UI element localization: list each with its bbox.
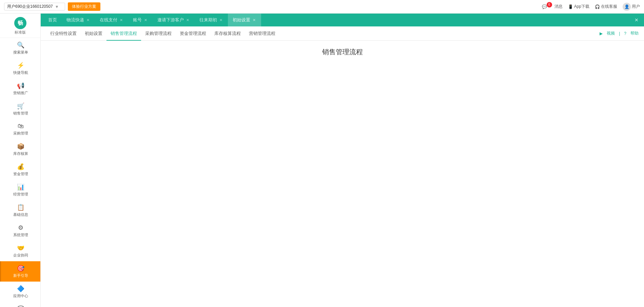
sub-tab-item-3[interactable]: 采购管理流程	[141, 26, 176, 41]
sidebar-logo: 畅 标准版	[0, 14, 40, 38]
sidebar-icon-13: 💬	[17, 305, 24, 307]
sidebar-icon-12: 🔷	[17, 285, 24, 292]
sidebar-icon-2: 📢	[17, 82, 24, 89]
tab-item-4[interactable]: 邀请下游客户✕	[153, 14, 195, 26]
sub-tab-label-6: 营销管理流程	[249, 30, 275, 37]
tab-label-3: 账号	[133, 17, 142, 23]
sidebar-icon-6: 💰	[17, 163, 24, 170]
sub-tab-item-6[interactable]: 营销管理流程	[245, 26, 279, 41]
sidebar-icon-3: 🛒	[17, 102, 24, 110]
tab-label-5: 往来期初	[199, 17, 217, 23]
sidebar-icon-1: ⚡	[17, 62, 24, 69]
app-download-label: App下载	[574, 4, 589, 9]
logo-subtext: 标准版	[15, 30, 26, 35]
online-service-item[interactable]: 🎧 在线客服	[595, 4, 617, 9]
page-title: 销售管理流程	[47, 47, 637, 57]
sidebar-item-9[interactable]: ⚙ 系统管理	[0, 221, 40, 241]
sub-tab-label-1: 初始设置	[85, 30, 102, 37]
sidebar-item-6[interactable]: 💰 资金管理	[0, 160, 40, 180]
sidebar: 畅 标准版 🔍 搜索菜单 ⚡ 快捷导航 📢 营销推广 🛒 销售管理 🛍 采购管理…	[0, 14, 41, 307]
header-left: 用户690企业1660120507 ▼ 体验行业方案	[4, 2, 100, 11]
user-selector[interactable]: 用户690企业1660120507 ▼	[4, 3, 65, 11]
tab-item-3[interactable]: 账号✕	[128, 14, 153, 26]
sidebar-item-5[interactable]: 📦 库存核算	[0, 139, 40, 160]
dropdown-arrow-icon: ▼	[55, 4, 59, 9]
sidebar-label-7: 经营管理	[13, 192, 28, 197]
sidebar-item-8[interactable]: 📋 基础信息	[0, 200, 40, 221]
message-badge: 6	[547, 2, 552, 7]
sub-tab-item-1[interactable]: 初始设置	[81, 26, 106, 41]
online-service-label: 在线客服	[601, 4, 617, 9]
tab-bar-close-icon[interactable]: ✕	[632, 17, 641, 23]
tab-item-0[interactable]: 首页	[43, 14, 62, 26]
sidebar-icon-0: 🔍	[17, 41, 24, 49]
video-icon: ▶	[600, 31, 603, 36]
avatar: 👤	[623, 3, 631, 11]
message-item[interactable]: 💬 6 消息	[542, 4, 563, 9]
trial-button[interactable]: 体验行业方案	[68, 2, 100, 11]
sidebar-item-0[interactable]: 🔍 搜索菜单	[0, 38, 40, 58]
sidebar-label-2: 营销推广	[13, 90, 28, 96]
sidebar-icon-8: 📋	[17, 204, 24, 211]
sub-tab-label-3: 采购管理流程	[145, 30, 172, 37]
sidebar-item-1[interactable]: ⚡ 快捷导航	[0, 58, 40, 79]
sub-tab-label-4: 资金管理流程	[180, 30, 206, 37]
sub-tab-item-0[interactable]: 行业特性设置	[46, 26, 81, 41]
tab-label-6: 初始设置	[233, 17, 250, 23]
tab-label-2: 在线支付	[100, 17, 117, 23]
tab-label-1: 物流快递	[66, 17, 84, 23]
tab-close-3[interactable]: ✕	[143, 18, 148, 22]
online-service-icon: 🎧	[595, 4, 600, 9]
sidebar-item-12[interactable]: 🔷 应用中心	[0, 282, 40, 302]
tab-label-4: 邀请下游客户	[157, 17, 184, 23]
tab-item-2[interactable]: 在线支付✕	[95, 14, 128, 26]
app-download-icon: 📱	[568, 4, 573, 9]
sidebar-item-10[interactable]: 🤝 企业协同	[0, 241, 40, 261]
tab-item-6[interactable]: 初始设置✕	[228, 14, 261, 26]
app-download-item[interactable]: 📱 App下载	[568, 4, 589, 9]
sidebar-label-3: 销售管理	[13, 111, 28, 116]
sidebar-label-11: 新手引导	[13, 273, 28, 278]
tab-bar: 首页物流快递✕在线支付✕账号✕邀请下游客户✕往来期初✕初始设置✕✕	[41, 14, 644, 26]
sub-tab-label-2: 销售管理流程	[111, 30, 137, 37]
logo-icon: 畅	[14, 17, 26, 29]
tab-close-1[interactable]: ✕	[85, 18, 90, 22]
sidebar-icon-4: 🛍	[18, 123, 24, 130]
sidebar-item-13[interactable]: 💬 企业微信	[0, 302, 40, 307]
sub-tab-right: ▶ 视频 | ? 帮助	[600, 30, 639, 36]
tab-close-6[interactable]: ✕	[252, 18, 256, 22]
message-label: 消息	[554, 4, 563, 9]
divider: |	[619, 31, 620, 36]
help-label[interactable]: 帮助	[630, 30, 639, 36]
sub-tab-label-5: 库存核算流程	[214, 30, 241, 37]
sidebar-item-2[interactable]: 📢 营销推广	[0, 79, 40, 99]
sidebar-item-3[interactable]: 🛒 销售管理	[0, 99, 40, 119]
sub-tab-item-4[interactable]: 资金管理流程	[176, 26, 210, 41]
flow-diagram	[47, 70, 637, 84]
top-header: 用户690企业1660120507 ▼ 体验行业方案 💬 6 消息 📱 App下…	[0, 0, 644, 14]
help-icon: ?	[624, 31, 626, 36]
tab-item-1[interactable]: 物流快递✕	[62, 14, 95, 26]
user-avatar-item[interactable]: 👤 用户	[623, 3, 640, 11]
sidebar-item-7[interactable]: 📊 经营管理	[0, 180, 40, 200]
sidebar-label-5: 库存核算	[13, 151, 28, 156]
sidebar-item-4[interactable]: 🛍 采购管理	[0, 119, 40, 139]
sidebar-icon-10: 🤝	[17, 244, 24, 252]
content-area: 首页物流快递✕在线支付✕账号✕邀请下游客户✕往来期初✕初始设置✕✕ 行业特性设置…	[41, 14, 644, 307]
tab-close-2[interactable]: ✕	[119, 18, 123, 22]
sub-tab-item-2[interactable]: 销售管理流程	[106, 26, 141, 41]
sub-tab-item-5[interactable]: 库存核算流程	[210, 26, 245, 41]
header-right: 💬 6 消息 📱 App下载 🎧 在线客服 👤 用户	[542, 3, 640, 11]
sidebar-label-12: 应用中心	[13, 293, 28, 299]
video-label[interactable]: 视频	[607, 30, 615, 36]
tab-close-5[interactable]: ✕	[218, 18, 223, 22]
sub-tab-bar: 行业特性设置初始设置销售管理流程采购管理流程资金管理流程库存核算流程营销管理流程…	[41, 26, 644, 41]
tab-close-4[interactable]: ✕	[185, 18, 190, 22]
main-layout: 畅 标准版 🔍 搜索菜单 ⚡ 快捷导航 📢 营销推广 🛒 销售管理 🛍 采购管理…	[0, 14, 644, 307]
sidebar-label-8: 基础信息	[13, 212, 28, 217]
sidebar-icon-9: ⚙	[18, 224, 23, 231]
sidebar-icon-7: 📊	[17, 183, 24, 191]
user-label: 用户690企业1660120507	[7, 4, 53, 9]
sidebar-item-11[interactable]: 🎯 新手引导	[0, 261, 40, 282]
tab-item-5[interactable]: 往来期初✕	[195, 14, 228, 26]
